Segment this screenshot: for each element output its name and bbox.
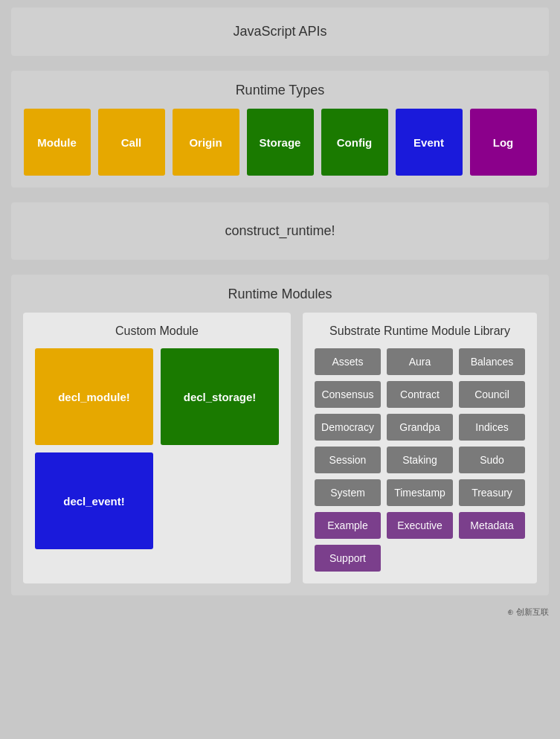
construct-runtime-label: construct_runtime! [225, 223, 335, 238]
runtime-modules-title: Runtime Modules [23, 287, 537, 302]
construct-runtime-section: construct_runtime! [11, 202, 549, 260]
type-tile-call[interactable]: Call [98, 109, 165, 176]
runtime-types-section: Runtime Types Module Call Origin Storage… [11, 71, 549, 188]
lib-tile-sudo[interactable]: Sudo [459, 447, 525, 473]
type-tile-origin[interactable]: Origin [173, 109, 239, 176]
custom-module-title: Custom Module [35, 324, 279, 338]
runtime-types-grid: Module Call Origin Storage Config Event … [23, 109, 537, 176]
watermark: ⊕ 创新互联 [0, 603, 560, 625]
lib-tile-democracy[interactable]: Democracy [315, 414, 381, 441]
lib-tile-treasury[interactable]: Treasury [459, 479, 525, 506]
type-tile-log[interactable]: Log [470, 109, 537, 176]
lib-tile-system[interactable]: System [315, 479, 381, 506]
js-apis-section: JavaScript APIs [11, 7, 549, 56]
lib-tile-balances[interactable]: Balances [459, 348, 525, 375]
modules-content: Custom Module decl_module! decl_storage!… [23, 313, 537, 583]
lib-tile-executive[interactable]: Executive [387, 512, 453, 539]
custom-module-box: Custom Module decl_module! decl_storage!… [23, 313, 291, 583]
lib-tile-support[interactable]: Support [315, 545, 381, 572]
library-grid: Assets Aura Balances Consensus Contract … [315, 348, 525, 572]
type-tile-storage[interactable]: Storage [247, 109, 314, 176]
lib-tile-indices[interactable]: Indices [459, 414, 525, 441]
type-tile-event[interactable]: Event [396, 109, 463, 176]
lib-tile-example[interactable]: Example [315, 512, 381, 539]
type-tile-module[interactable]: Module [24, 109, 91, 176]
watermark-text: ⊕ 创新互联 [507, 607, 549, 616]
substrate-library-box: Substrate Runtime Module Library Assets … [303, 313, 537, 583]
decl-module-tile[interactable]: decl_module! [35, 348, 153, 445]
lib-tile-grandpa[interactable]: Grandpa [387, 414, 453, 441]
custom-module-grid: decl_module! decl_storage! decl_event! [35, 348, 279, 549]
runtime-types-title: Runtime Types [23, 83, 537, 98]
library-title: Substrate Runtime Module Library [315, 324, 525, 338]
decl-event-tile[interactable]: decl_event! [35, 452, 153, 549]
lib-tile-staking[interactable]: Staking [387, 447, 453, 473]
lib-tile-metadata[interactable]: Metadata [459, 512, 525, 539]
js-apis-title: JavaScript APIs [233, 24, 326, 39]
lib-tile-aura[interactable]: Aura [387, 348, 453, 375]
runtime-modules-section: Runtime Modules Custom Module decl_modul… [11, 275, 549, 595]
lib-tile-assets[interactable]: Assets [315, 348, 381, 375]
lib-tile-session[interactable]: Session [315, 447, 381, 473]
decl-storage-tile[interactable]: decl_storage! [161, 348, 279, 445]
lib-tile-consensus[interactable]: Consensus [315, 381, 381, 408]
lib-tile-timestamp[interactable]: Timestamp [387, 479, 453, 506]
lib-tile-council[interactable]: Council [459, 381, 525, 408]
lib-tile-contract[interactable]: Contract [387, 381, 453, 408]
type-tile-config[interactable]: Config [321, 109, 388, 176]
